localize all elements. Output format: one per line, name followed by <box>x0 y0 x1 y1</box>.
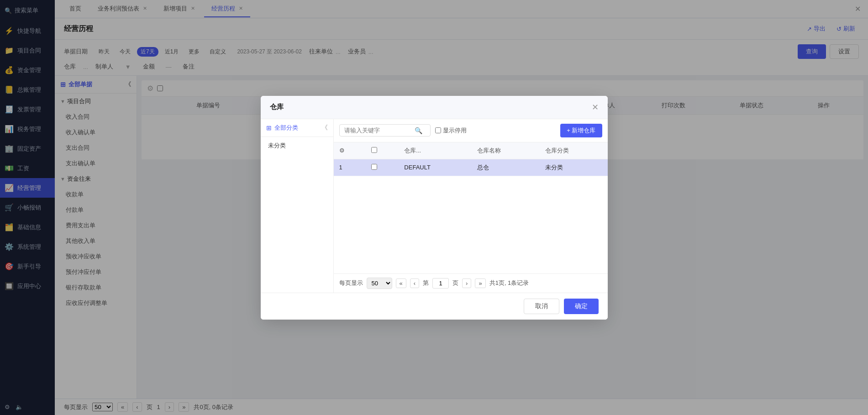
modal-title: 仓库 <box>270 103 284 111</box>
row-checkbox[interactable] <box>366 159 399 176</box>
modal-left-grid-icon: ⊞ <box>266 124 272 131</box>
modal-page-unit: 页 <box>452 279 458 287</box>
modal-table: ⚙ 仓库... 仓库名称 仓库分类 1 DEFAULT <box>334 142 608 176</box>
modal-total-text: 共1页, 1条记录 <box>489 279 529 287</box>
modal-col-gear: ⚙ <box>334 142 366 159</box>
modal-prev-btn[interactable]: ‹ <box>410 278 419 288</box>
modal-close-btn[interactable]: ✕ <box>592 102 599 112</box>
show-disabled-checkbox[interactable] <box>435 127 441 133</box>
modal-pagination: 每页显示 50 100 « ‹ 第 页 › » 共1页, 1条记录 <box>334 273 608 293</box>
modal-overlay: 仓库 ✕ ⊞ 全部分类 《 未分类 🔍 <box>0 0 868 415</box>
row-category: 未分类 <box>540 159 608 176</box>
modal-action-footer: 取消 确定 <box>261 293 608 320</box>
confirm-button[interactable]: 确定 <box>564 299 599 314</box>
modal-col-category: 仓库分类 <box>540 142 608 159</box>
modal-search-wrapper: 🔍 <box>339 124 431 137</box>
modal-first-btn[interactable]: « <box>396 278 406 288</box>
modal-left-item-unclassified[interactable]: 未分类 <box>261 137 333 154</box>
modal-right-toolbar: 🔍 显示停用 + 新增仓库 <box>334 119 608 142</box>
modal-left-panel: ⊞ 全部分类 《 未分类 <box>261 119 334 293</box>
row-code: DEFAULT <box>399 159 472 176</box>
modal-col-checkbox <box>366 142 399 159</box>
modal-page-input[interactable] <box>432 278 449 289</box>
modal-left-header-label: 全部分类 <box>274 124 298 132</box>
warehouse-modal: 仓库 ✕ ⊞ 全部分类 《 未分类 🔍 <box>261 96 608 320</box>
modal-table-container: ⚙ 仓库... 仓库名称 仓库分类 1 DEFAULT <box>334 142 608 273</box>
modal-last-btn[interactable]: » <box>475 278 485 288</box>
modal-select-all[interactable] <box>371 147 377 153</box>
row-name: 总仓 <box>472 159 540 176</box>
modal-body: ⊞ 全部分类 《 未分类 🔍 显示停用 <box>261 119 608 293</box>
add-warehouse-btn[interactable]: + 新增仓库 <box>560 124 602 137</box>
modal-page-label: 第 <box>423 279 429 287</box>
row-gear: 1 <box>334 159 366 176</box>
modal-search-icon: 🔍 <box>415 127 422 134</box>
modal-right-panel: 🔍 显示停用 + 新增仓库 ⚙ <box>334 119 608 293</box>
modal-col-name: 仓库名称 <box>472 142 540 159</box>
modal-per-page-label: 每页显示 <box>339 279 363 287</box>
modal-col-code: 仓库... <box>399 142 472 159</box>
show-disabled-label[interactable]: 显示停用 <box>435 126 467 135</box>
modal-next-btn[interactable]: › <box>462 278 471 288</box>
modal-per-page-select[interactable]: 50 100 <box>367 278 392 289</box>
table-row[interactable]: 1 DEFAULT 总仓 未分类 <box>334 159 608 176</box>
modal-left-collapse-btn[interactable]: 《 <box>321 124 328 132</box>
modal-left-header: ⊞ 全部分类 《 <box>261 119 333 137</box>
modal-header: 仓库 ✕ <box>261 96 608 119</box>
show-disabled-text: 显示停用 <box>443 126 467 135</box>
cancel-button[interactable]: 取消 <box>524 299 559 314</box>
